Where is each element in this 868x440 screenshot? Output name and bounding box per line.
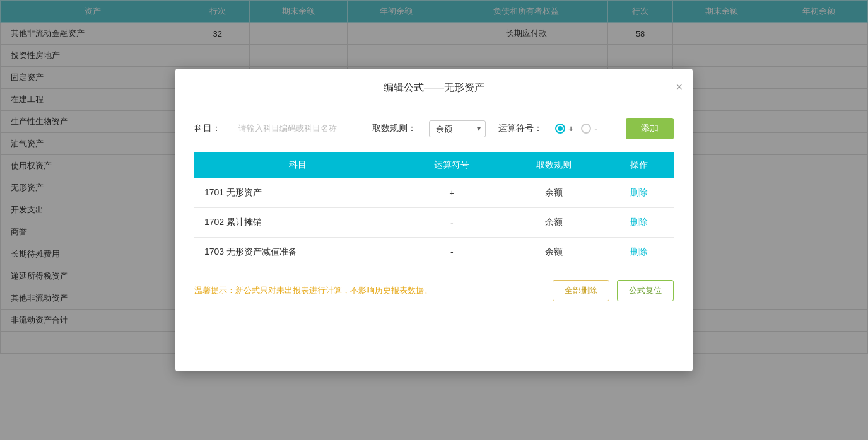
delete-link[interactable]: 删除 xyxy=(630,217,648,227)
add-button[interactable]: 添加 xyxy=(626,118,674,139)
table-header-subject: 科目 xyxy=(194,152,401,178)
subject-label: 科目： xyxy=(194,123,221,134)
form-row: 科目： 取数规则： 余额 借方 贷方 借方发生额 贷方发生额 运算符号： + xyxy=(175,105,693,152)
modal-title: 编辑公式——无形资产 xyxy=(384,81,484,95)
row-rule: 余额 xyxy=(503,208,604,238)
row-subject: 1703 无形资产减值准备 xyxy=(194,238,401,267)
reset-formula-button[interactable]: 公式复位 xyxy=(617,280,674,301)
edit-formula-modal: 编辑公式——无形资产 × 科目： 取数规则： 余额 借方 贷方 借方发生额 贷方… xyxy=(175,69,693,371)
row-subject: 1701 无形资产 xyxy=(194,178,401,208)
operator-label: 运算符号： xyxy=(498,123,542,134)
operator-minus-label: - xyxy=(594,124,597,134)
table-header-operator: 运算符号 xyxy=(401,152,503,178)
modal-footer: 温馨提示：新公式只对未出报表进行计算，不影响历史报表数据。 全部删除 公式复位 xyxy=(175,267,693,308)
row-operator: - xyxy=(401,208,503,238)
table-row: 1701 无形资产 + 余额 删除 xyxy=(194,178,674,208)
modal-header: 编辑公式——无形资产 × xyxy=(175,69,693,105)
row-subject: 1702 累计摊销 xyxy=(194,208,401,238)
row-rule: 余额 xyxy=(503,178,604,208)
row-rule: 余额 xyxy=(503,238,604,267)
delete-link[interactable]: 删除 xyxy=(630,246,648,257)
modal-close-button[interactable]: × xyxy=(676,81,683,93)
operator-plus-label: + xyxy=(568,124,573,134)
footer-buttons: 全部删除 公式复位 xyxy=(553,280,674,301)
rule-select[interactable]: 余额 借方 贷方 借方发生额 贷方发生额 xyxy=(429,120,486,137)
rule-select-wrapper[interactable]: 余额 借方 贷方 借方发生额 贷方发生额 xyxy=(429,120,486,137)
modal-overlay: 编辑公式——无形资产 × 科目： 取数规则： 余额 借方 贷方 借方发生额 贷方… xyxy=(0,0,868,440)
rule-label: 取数规则： xyxy=(372,123,416,134)
subject-input[interactable] xyxy=(233,121,360,136)
table-header-action: 操作 xyxy=(604,152,674,178)
table-header-rule: 取数规则 xyxy=(503,152,604,178)
row-operator: - xyxy=(401,238,503,267)
formula-table: 科目 运算符号 取数规则 操作 1701 无形资产 + 余额 删除 xyxy=(194,152,674,267)
row-action[interactable]: 删除 xyxy=(604,208,674,238)
row-operator: + xyxy=(401,178,503,208)
modal-table-wrapper: 科目 运算符号 取数规则 操作 1701 无形资产 + 余额 删除 xyxy=(175,152,693,267)
delete-all-button[interactable]: 全部删除 xyxy=(553,280,609,301)
modal-tip: 温馨提示：新公式只对未出报表进行计算，不影响历史报表数据。 xyxy=(194,285,432,296)
radio-minus-indicator xyxy=(581,124,591,134)
row-action[interactable]: 删除 xyxy=(604,178,674,208)
operator-plus-option[interactable]: + xyxy=(555,124,573,134)
row-action[interactable]: 删除 xyxy=(604,238,674,267)
table-row: 1703 无形资产减值准备 - 余额 删除 xyxy=(194,238,674,267)
operator-group: + - xyxy=(555,124,597,134)
table-row: 1702 累计摊销 - 余额 删除 xyxy=(194,208,674,238)
delete-link[interactable]: 删除 xyxy=(630,187,648,197)
operator-minus-option[interactable]: - xyxy=(581,124,597,134)
radio-plus-indicator xyxy=(555,124,565,134)
